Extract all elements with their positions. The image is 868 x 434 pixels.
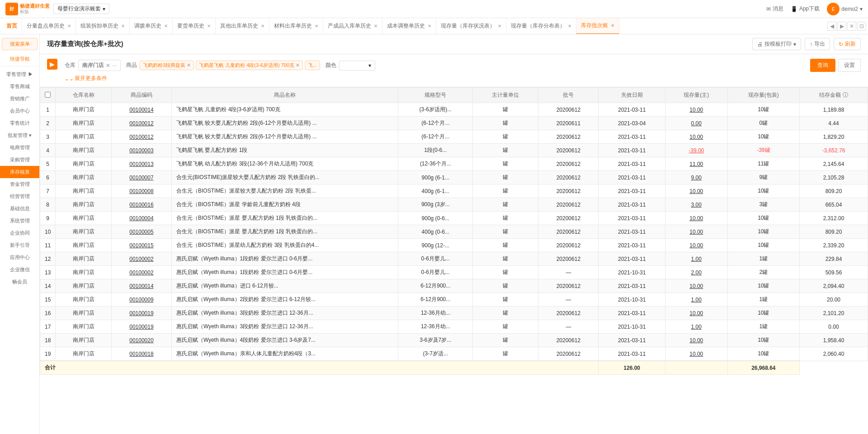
query-button[interactable]: 查询 <box>810 59 835 72</box>
sidebar-item-wechat[interactable]: 企业微信 <box>0 264 39 276</box>
warehouse-input[interactable]: 南岸门店 ✕ ··· <box>78 60 121 71</box>
tab-close-icon[interactable]: ✕ <box>261 24 264 28</box>
tab-4[interactable]: 要货单历史 ✕ <box>173 18 216 34</box>
sidebar-item-retail-mall[interactable]: 零售商城 <box>0 80 39 93</box>
tab-close-icon[interactable]: ✕ <box>121 24 125 28</box>
color-input[interactable]: ▾ <box>339 61 375 71</box>
settings-button[interactable]: 设置 <box>838 59 861 72</box>
nav-prev-button[interactable]: ◀ <box>827 22 836 31</box>
sidebar-item-system[interactable]: 系统管理 <box>0 215 39 227</box>
more-icon[interactable]: ··· <box>112 62 117 69</box>
sidebar-item-operations[interactable]: 经营管理 <box>0 190 39 203</box>
sidebar-item-purchase[interactable]: 采购管理 <box>0 154 39 166</box>
quick-nav-button[interactable]: 快捷导航 <box>0 54 39 64</box>
chevron-down-icon: ▾ <box>793 41 796 47</box>
sidebar-item-retail-stats[interactable]: 零售统计 <box>0 117 39 129</box>
tab-close-icon[interactable]: ✕ <box>67 24 71 28</box>
row-qty-main[interactable]: 1.00 <box>665 320 727 334</box>
tab-home[interactable]: 首页 <box>2 18 22 34</box>
app-download-button[interactable]: 📱 App下载 <box>791 5 820 13</box>
print-button[interactable]: 🖨 按模板打印 ▾ <box>752 38 801 50</box>
tab-5[interactable]: 其他出库单历史 ✕ <box>216 18 269 34</box>
row-qty-main[interactable]: 10.00 <box>665 103 727 117</box>
user-menu[interactable]: E demo2 ▾ <box>827 3 863 15</box>
row-qty-main[interactable]: 9.00 <box>665 171 727 184</box>
tab-7[interactable]: 产成品入库单历史 ✕ <box>323 18 382 34</box>
row-qty-pkg: 10罐 <box>727 279 799 293</box>
sidebar-item-app-center[interactable]: 应用中心 <box>0 251 39 264</box>
product-tag-0[interactable]: 飞鹤奶粉3段两提装 ✕ <box>140 61 194 70</box>
sidebar-item-newbie[interactable]: 新手引导 <box>0 239 39 251</box>
row-qty-main[interactable]: 3.00 <box>665 198 727 212</box>
nav-next-button[interactable]: ▶ <box>837 22 846 31</box>
tab-close-icon[interactable]: ✕ <box>568 24 571 28</box>
row-qty-main[interactable]: 10.00 <box>665 307 727 320</box>
sidebar-item-wholesale[interactable]: 批发管理 ▾ <box>0 129 39 142</box>
row-unit: 罐 <box>473 347 538 361</box>
tab-close-icon[interactable]: ✕ <box>611 23 614 28</box>
tab-3[interactable]: 调拨单历史 ✕ <box>130 18 173 34</box>
tab-10[interactable]: 现存量（库存分布表） ✕ <box>506 18 576 34</box>
row-qty-main[interactable]: 10.00 <box>665 130 727 144</box>
row-qty-main[interactable]: 11.00 <box>665 157 727 171</box>
page-title: 现存量查询(按仓库+批次) <box>47 40 123 48</box>
row-qty-main[interactable]: 1.00 <box>665 252 727 266</box>
tab-close-icon[interactable]: ✕ <box>315 24 318 28</box>
sidebar-item-finance[interactable]: 资金管理 <box>0 178 39 190</box>
row-warehouse: 南岸门店 <box>56 184 111 198</box>
tab-1[interactable]: 分量盘点单历史 ✕ <box>22 18 76 34</box>
row-no: 8 <box>40 198 56 212</box>
sidebar-item-ecommerce[interactable]: 电商管理 <box>0 142 39 154</box>
message-button[interactable]: ✉ 消息 <box>766 5 783 13</box>
sidebar-item-marketing[interactable]: 营销推广 <box>0 93 39 105</box>
nav-close-button[interactable]: ✕ <box>847 22 856 31</box>
th-checkbox[interactable] <box>40 88 56 103</box>
tab-close-icon[interactable]: ✕ <box>498 24 501 28</box>
row-qty-main[interactable]: 0.00 <box>665 117 727 130</box>
sidebar-item-retail-mgmt[interactable]: 零售管理 ▶ <box>0 68 39 80</box>
row-qty-main[interactable]: 10.00 <box>665 212 727 225</box>
row-qty-main[interactable]: 1.00 <box>665 293 727 307</box>
search-menu-button[interactable]: 搜索菜单 <box>2 38 38 50</box>
row-code: 00100019 <box>111 320 171 334</box>
tab-8[interactable]: 成本调整单历史 ✕ <box>382 18 436 34</box>
sidebar-item-basic-info[interactable]: 基础信息 <box>0 203 39 215</box>
row-name: 飞鹤星飞帆 较大婴儿配方奶粉 2段(6-12个月婴幼儿适用) ... <box>171 130 398 144</box>
product-tag-1[interactable]: 飞鹤星飞帆 儿童奶粉 4段(3-6岁适用) 700克 ✕ <box>196 61 303 70</box>
expand-conditions-button[interactable]: ⌄⌄ 展开更多条件 <box>65 75 861 82</box>
tab-close-icon[interactable]: ✕ <box>428 24 431 28</box>
export-button[interactable]: ↑ 导出 <box>805 38 830 50</box>
product-tag-2[interactable]: 飞... <box>305 61 320 70</box>
row-qty-main[interactable]: -39.00 <box>665 144 727 157</box>
tab-close-icon[interactable]: ✕ <box>374 24 377 28</box>
select-all-checkbox[interactable] <box>45 92 51 98</box>
row-qty-main[interactable]: 10.00 <box>665 225 727 239</box>
row-name: 合生元（BIOSTIME）派星幼儿配方奶粉 3段 乳铁蛋白的4... <box>171 239 398 252</box>
tab-close-icon[interactable]: ✕ <box>164 24 168 28</box>
refresh-button[interactable]: ↻ 刷新 <box>834 38 861 50</box>
tab-close-icon[interactable]: ✕ <box>207 24 211 28</box>
org-selector[interactable]: 母婴行业演示账套 ▾ <box>53 4 109 14</box>
tab-6[interactable]: 材料出库单历史 ✕ <box>269 18 323 34</box>
row-qty-main[interactable]: 10.00 <box>665 334 727 347</box>
row-no: 1 <box>40 103 56 117</box>
expand-button[interactable]: ▶ <box>47 59 57 70</box>
row-code: 00100015 <box>111 239 171 252</box>
row-qty-main[interactable]: 10.00 <box>665 279 727 293</box>
close-icon[interactable]: ✕ <box>106 62 110 69</box>
nav-menu-button[interactable]: ⊡ <box>857 22 866 31</box>
tab-9[interactable]: 现存量（库存状况表） ✕ <box>436 18 506 34</box>
row-qty-main[interactable]: 2.00 <box>665 266 727 279</box>
row-qty-main[interactable]: 10.00 <box>665 184 727 198</box>
sidebar-item-vip[interactable]: 畅会员 <box>0 276 39 288</box>
remove-tag-icon[interactable]: ✕ <box>187 62 191 68</box>
sidebar-item-inventory[interactable]: 库存核算 <box>0 166 40 178</box>
remove-tag-icon[interactable]: ✕ <box>296 62 300 68</box>
tab-11[interactable]: 库存批次账 ✕ <box>576 18 619 34</box>
sidebar-item-member[interactable]: 会员中心 <box>0 105 39 117</box>
sidebar-item-collab[interactable]: 企业协同 <box>0 227 39 239</box>
row-qty-main[interactable]: 10.00 <box>665 239 727 252</box>
tab-2[interactable]: 组装拆卸单历史 ✕ <box>76 18 130 34</box>
row-batch: 20200612 <box>538 198 599 212</box>
row-qty-main[interactable]: 10.00 <box>665 347 727 361</box>
